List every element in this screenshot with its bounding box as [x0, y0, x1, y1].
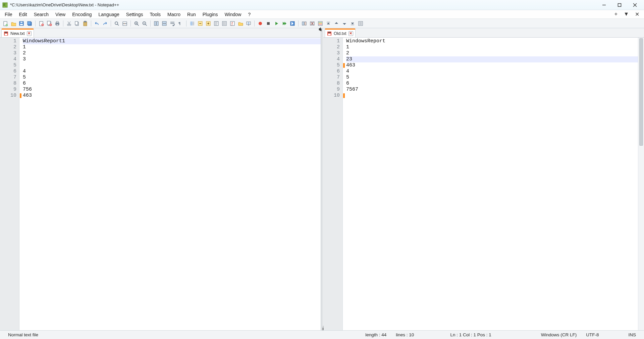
new-file-icon[interactable]	[2, 20, 9, 27]
code-line[interactable]: 463	[346, 62, 638, 68]
right-scrollbar[interactable]	[638, 38, 644, 330]
fold-all-icon[interactable]	[197, 20, 204, 27]
menu-macro[interactable]: Macro	[164, 11, 184, 18]
unfold-all-icon[interactable]	[205, 20, 212, 27]
menu-tools[interactable]: Tools	[146, 11, 164, 18]
svg-point-41	[223, 23, 224, 24]
tab-old-txt[interactable]: Old.txt ✕	[325, 29, 356, 37]
show-all-icon[interactable]: ¶	[177, 20, 184, 27]
record-icon[interactable]	[257, 20, 264, 27]
line-number: 4	[323, 56, 340, 62]
last-diff-icon[interactable]	[349, 20, 356, 27]
zoom-out-icon[interactable]	[141, 20, 148, 27]
tab-close-button[interactable]: ✕	[348, 31, 353, 36]
menu-encoding[interactable]: Encoding	[69, 11, 95, 18]
save-all-icon[interactable]	[26, 20, 33, 27]
splitter-arrow-left-icon: ◀	[319, 28, 321, 32]
prev-diff-icon[interactable]	[333, 20, 340, 27]
code-line[interactable]: 7567	[346, 87, 638, 93]
sync-v-icon[interactable]	[153, 20, 160, 27]
code-line[interactable]: 1	[346, 44, 638, 50]
redo-icon[interactable]	[102, 20, 108, 27]
code-line[interactable]: WindowsReport	[346, 38, 638, 44]
menu-edit[interactable]: Edit	[16, 11, 31, 18]
replace-icon[interactable]	[121, 20, 128, 27]
indent-guide-icon[interactable]	[189, 20, 196, 27]
cut-icon[interactable]	[66, 20, 72, 27]
code-line[interactable]: 6	[346, 81, 638, 87]
tab-new-txt[interactable]: New.txt ✕	[1, 29, 34, 37]
compare-icon[interactable]	[301, 20, 308, 27]
sync-h-icon[interactable]	[161, 20, 168, 27]
dropdown-arrow-button[interactable]: ▼	[622, 10, 630, 18]
wrap-icon[interactable]	[169, 20, 176, 27]
paste-icon[interactable]	[82, 20, 89, 27]
close-file-icon[interactable]	[38, 20, 45, 27]
pane-splitter[interactable]: ◀ ▶	[321, 28, 323, 330]
code-line[interactable]: 1	[23, 44, 321, 50]
toolbar-separator	[298, 20, 299, 27]
code-line[interactable]: 2	[346, 50, 638, 56]
menu-help[interactable]: ?	[245, 11, 254, 18]
first-diff-icon[interactable]	[325, 20, 332, 27]
compare-nav-icon[interactable]	[317, 20, 324, 27]
undo-icon[interactable]	[94, 20, 100, 27]
minimize-button[interactable]	[596, 0, 612, 10]
code-line[interactable]: 756	[23, 87, 321, 93]
left-editor[interactable]: 12345678910 WindowsReport1123456756463	[0, 38, 321, 330]
code-line[interactable]: WindowsReport1	[23, 38, 321, 44]
menu-search[interactable]: Search	[31, 11, 52, 18]
find-icon[interactable]	[113, 20, 120, 27]
menu-file[interactable]: File	[1, 11, 16, 18]
save-icon[interactable]	[18, 20, 25, 27]
menu-run[interactable]: Run	[184, 11, 199, 18]
code-line[interactable]: 3	[23, 56, 321, 62]
maximize-button[interactable]	[612, 0, 627, 10]
open-file-icon[interactable]	[10, 20, 17, 27]
code-line[interactable]: 2	[23, 50, 321, 56]
code-line[interactable]: 4	[23, 68, 321, 75]
play-icon[interactable]	[273, 20, 280, 27]
code-line[interactable]: 6	[23, 81, 321, 87]
status-filetype: Normal text file	[3, 332, 43, 337]
menu-window[interactable]: Window	[221, 11, 245, 18]
compare-clear-icon[interactable]	[309, 20, 316, 27]
doc-list-icon[interactable]	[221, 20, 228, 27]
func-list-icon[interactable]: ƒ	[229, 20, 236, 27]
copy-icon[interactable]	[74, 20, 80, 27]
status-encoding[interactable]: UTF-8	[581, 332, 603, 337]
code-line[interactable]: 463	[23, 93, 321, 99]
code-line[interactable]	[23, 62, 321, 68]
code-line[interactable]: 5	[23, 75, 321, 81]
diff-options-icon[interactable]	[357, 20, 364, 27]
right-editor[interactable]: 12345678910 WindowsReport12234634567567	[323, 38, 644, 330]
next-diff-icon[interactable]	[341, 20, 348, 27]
left-code[interactable]: WindowsReport1123456756463	[22, 38, 321, 330]
status-insert-mode[interactable]: INS	[624, 332, 641, 337]
close-window-button[interactable]	[627, 0, 643, 10]
play-multi-icon[interactable]	[281, 20, 288, 27]
save-macro-icon[interactable]	[289, 20, 296, 27]
monitor-icon[interactable]	[245, 20, 252, 27]
zoom-in-icon[interactable]	[133, 20, 140, 27]
close-tab-x-button[interactable]: ✕	[634, 10, 641, 18]
doc-map-icon[interactable]	[213, 20, 220, 27]
tab-close-button[interactable]: ✕	[27, 31, 32, 36]
code-line[interactable]: 5	[346, 75, 638, 81]
print-icon[interactable]	[54, 20, 61, 27]
code-line[interactable]: 23	[346, 56, 638, 62]
right-code[interactable]: WindowsReport12234634567567	[345, 38, 638, 330]
menu-language[interactable]: Language	[95, 11, 123, 18]
line-number: 5	[323, 62, 340, 68]
svg-rect-2	[618, 3, 621, 6]
stop-icon[interactable]	[265, 20, 272, 27]
new-tab-plus-button[interactable]: +	[613, 10, 619, 18]
menu-plugins[interactable]: Plugins	[199, 11, 221, 18]
status-eol[interactable]: Windows (CR LF)	[536, 332, 582, 337]
code-line[interactable]: 4	[346, 68, 638, 75]
menu-view[interactable]: View	[52, 11, 69, 18]
folder-icon[interactable]	[237, 20, 244, 27]
close-all-icon[interactable]	[46, 20, 53, 27]
menu-settings[interactable]: Settings	[123, 11, 147, 18]
code-line[interactable]	[346, 93, 638, 99]
